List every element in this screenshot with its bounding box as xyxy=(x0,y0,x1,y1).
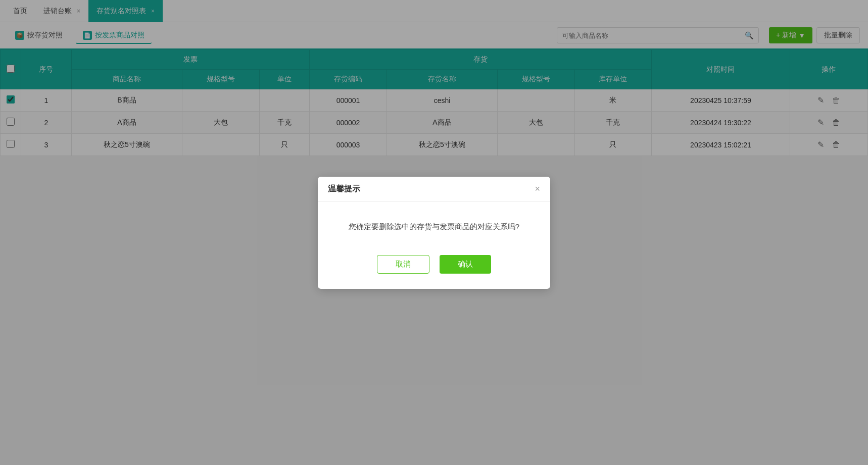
dialog-overlay: 温馨提示 × 您确定要删除选中的存货与发票商品的对应关系吗? 取消 确认 xyxy=(0,0,868,156)
